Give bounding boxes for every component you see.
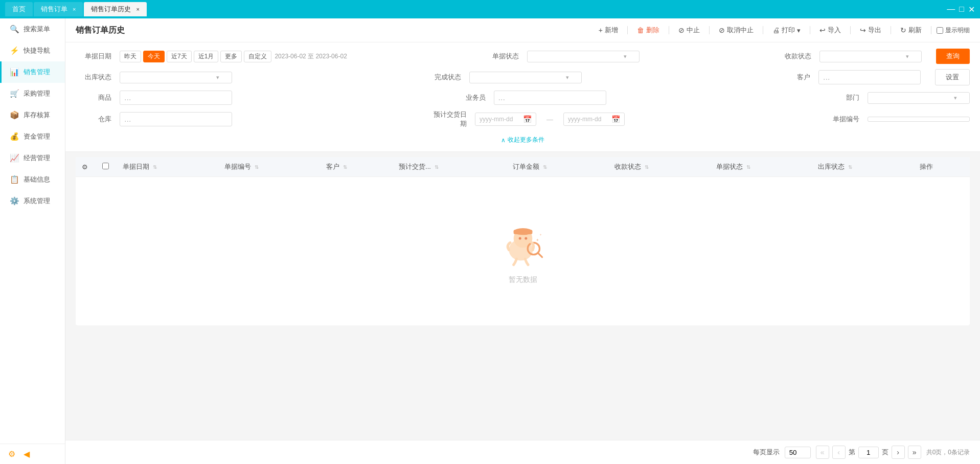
stop-btn-label: 中止 [687,26,700,35]
receipt-status-select[interactable]: ▾ [819,51,922,62]
sidebar-item-purchase[interactable]: 🛒 采购管理 [0,83,65,104]
last-page-button[interactable]: » [908,446,921,459]
select-all-checkbox[interactable] [102,163,109,169]
date-btn-more[interactable]: 更多 [220,51,242,62]
filter-row-2: 出库状态 ▾ 完成状态 ▾ 客户 ... [76,69,970,85]
dept-chevron: ▾ [954,95,957,101]
svg-line-7 [538,253,542,257]
delivery-date-to[interactable]: yyyy-mm-dd 📅 [563,113,625,126]
export-button[interactable]: ↪ 导出 [856,24,885,37]
import-button[interactable]: ↩ 导入 [815,24,845,37]
box-icon: 📦 [10,111,19,120]
sidebar-item-system[interactable]: ⚙️ 系统管理 [0,190,65,212]
warehouse-input[interactable]: ... [120,112,232,126]
sort-receipt-icon[interactable]: ⇅ [645,164,649,170]
sidebar-item-sales-label: 销售管理 [24,68,50,77]
print-arrow-icon: ▾ [797,27,801,34]
delivery-date-from[interactable]: yyyy-mm-dd 📅 [475,113,536,126]
window-minimize-icon[interactable]: — [947,5,955,14]
date-btn-yesterday[interactable]: 昨天 [120,51,141,62]
show-detail-checkbox[interactable] [937,27,943,34]
content-area: 销售订单历史 + 新增 🗑 删除 ⊘ 中止 ⊘ [65,18,980,464]
sidebar-item-inventory[interactable]: 📦 库存核算 [0,104,65,126]
page-number-input[interactable] [858,447,879,458]
prev-page-button[interactable]: ‹ [832,446,846,459]
date-btn-1month[interactable]: 近1月 [194,51,219,62]
delete-button[interactable]: 🗑 删除 [633,24,664,37]
sidebar-item-finance[interactable]: 💰 资金管理 [0,126,65,147]
sort-bill-date-icon[interactable]: ⇅ [153,164,157,170]
sort-amount-icon[interactable]: ⇅ [543,164,547,170]
filter-section: 单据日期 昨天 今天 近7天 近1月 更多 自定义 2023-06-02 至 2… [65,42,980,152]
tab-sales-order-history-label: 销售订单历史 [91,5,131,14]
cancel-stop-button[interactable]: ⊘ 取消中止 [715,24,758,37]
dept-select[interactable]: ▾ [868,92,970,104]
lightning-icon: ⚡ [10,46,19,55]
date-btn-7days[interactable]: 近7天 [167,51,192,62]
tab-sales-order-label: 销售订单 [41,5,67,14]
sort-out-status-icon[interactable]: ⇅ [848,164,852,170]
tab-sales-order-history-close[interactable]: × [136,6,139,12]
export-btn-label: 导出 [868,26,881,35]
divider-1 [627,26,628,34]
stop-button[interactable]: ⊘ 中止 [674,24,704,37]
complete-status-select[interactable]: ▾ [469,72,582,83]
tab-sales-order-close[interactable]: × [73,6,76,12]
th-delivery-date: 预计交货... ⇅ [393,157,507,177]
divider-5 [810,26,810,34]
sidebar-item-basic-info[interactable]: 📋 基础信息 [0,169,65,190]
print-button[interactable]: 🖨 打印 ▾ [768,24,805,37]
delivery-date-from-text: yyyy-mm-dd [480,116,513,123]
sidebar-item-quick-nav[interactable]: ⚡ 快捷导航 [0,40,65,61]
sidebar-item-search[interactable]: 🔍 搜索菜单 [0,18,65,40]
new-btn-label: 新增 [605,26,618,35]
settings-button[interactable]: 设置 [935,69,970,85]
total-text: 共0页，0条记录 [926,448,970,457]
settings-icon[interactable]: ⚙ [82,163,88,171]
search-button[interactable]: 查询 [936,49,970,64]
show-detail-checkbox-label[interactable]: 显示明细 [937,26,970,35]
sort-customer-icon[interactable]: ⇅ [343,164,347,170]
th-checkbox [96,157,117,177]
page-size-select[interactable]: 20 50 100 [785,447,811,458]
window-close-icon[interactable]: ✕ [968,5,975,14]
goods-input[interactable]: ... [120,91,232,105]
collapse-sidebar-icon[interactable]: ◀ [24,449,30,459]
sidebar-item-operation[interactable]: 📈 经营管理 [0,147,65,169]
date-btn-today[interactable]: 今天 [143,51,165,62]
date-btn-custom[interactable]: 自定义 [244,51,271,62]
stop-icon: ⊘ [678,26,685,34]
divider-8 [931,26,931,34]
next-page-button[interactable]: › [892,446,905,459]
divider-6 [850,26,851,34]
tab-home[interactable]: 首页 [5,2,33,16]
sort-bill-no-icon[interactable]: ⇅ [255,164,259,170]
bill-status-select[interactable]: ▾ [527,51,640,62]
tab-sales-order-history[interactable]: 销售订单历史 × [84,2,146,16]
page-size-wrapper: 20 50 100 [785,447,811,458]
trending-icon: 📈 [10,153,19,163]
settings-bottom-icon[interactable]: ⚙ [8,449,15,459]
sidebar-item-sales[interactable]: 📊 销售管理 [0,61,65,83]
window-maximize-icon[interactable]: □ [959,5,964,14]
refresh-icon: ↻ [900,26,906,34]
sidebar-item-basic-info-label: 基础信息 [24,175,50,184]
delivery-date-to-text: yyyy-mm-dd [568,116,601,123]
customer-input[interactable]: ... [818,70,921,84]
refresh-button[interactable]: ↻ 刷新 [896,24,926,37]
empty-illustration: ✦ ✦ [497,218,549,269]
out-status-select[interactable]: ▾ [120,72,232,83]
bill-no-input[interactable] [868,117,970,122]
delete-btn-label: 删除 [646,26,659,35]
export-icon: ↪ [860,26,866,34]
salesman-input[interactable]: ... [494,91,606,105]
first-page-button[interactable]: « [816,446,829,459]
collapse-button[interactable]: ∧ 收起更多条件 [501,136,544,144]
sort-bill-status-icon[interactable]: ⇅ [746,164,750,170]
date-range-text: 2023-06-02 至 2023-06-02 [275,52,347,61]
date-separator: — [546,116,553,123]
sort-delivery-icon[interactable]: ⇅ [435,164,439,170]
new-button[interactable]: + 新增 [595,24,622,37]
divider-3 [709,26,710,34]
tab-sales-order[interactable]: 销售订单 × [34,2,83,16]
